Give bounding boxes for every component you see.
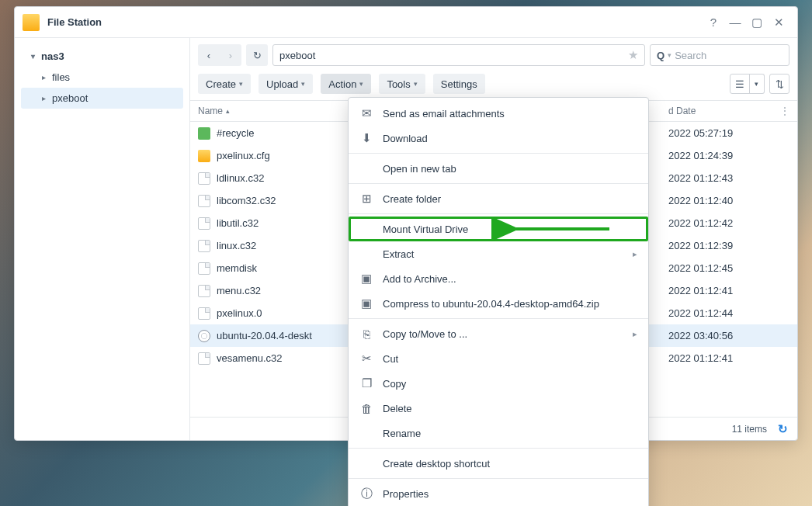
file-date: 2022 01:12:39 (661, 240, 797, 251)
menu-item-create-desktop-shortcut[interactable]: Create desktop shortcut (349, 451, 648, 476)
caret-icon: ▾ (239, 80, 243, 88)
search-icon: Q (657, 50, 665, 61)
maximize-button[interactable]: ▢ (746, 12, 768, 33)
file-icon (198, 285, 210, 297)
trash-icon: 🗑 (359, 401, 373, 415)
menu-item-label: Download (383, 133, 428, 144)
back-button[interactable]: ‹ (198, 44, 220, 66)
chevron-down-icon: ▾ (27, 52, 38, 61)
blank-icon (359, 456, 373, 470)
file-icon (198, 217, 210, 230)
chevron-right-icon: ▸ (38, 94, 49, 102)
caret-icon: ▾ (301, 80, 305, 88)
tools-button[interactable]: Tools▾ (379, 74, 425, 94)
menu-separator (349, 183, 648, 184)
caret-icon: ▾ (359, 80, 363, 88)
menu-item-open-in-new-tab[interactable]: Open in new tab (349, 156, 648, 181)
menu-item-label: Copy (383, 378, 406, 390)
folder-icon (198, 127, 210, 140)
file-name: ldlinux.c32 (217, 172, 264, 184)
menu-item-add-to-archive[interactable]: ▣Add to Archive... (349, 266, 648, 291)
file-name: libcom32.c32 (217, 195, 276, 206)
titlebar: File Station ? — ▢ ✕ (15, 7, 797, 38)
close-button[interactable]: ✕ (768, 12, 789, 33)
menu-item-label: Cut (383, 353, 398, 365)
menu-item-label: Rename (383, 428, 421, 439)
sort-asc-icon: ▴ (226, 107, 230, 115)
file-icon (198, 262, 210, 275)
cut-icon: ✂ (359, 352, 373, 366)
menu-item-rename[interactable]: Rename (349, 421, 648, 445)
mail-icon: ✉ (359, 106, 373, 120)
menu-item-extract[interactable]: Extract▸ (349, 241, 648, 266)
menu-item-label: Create desktop shortcut (383, 458, 490, 470)
file-date: 2022 01:12:41 (661, 285, 797, 296)
menu-item-label: Copy to/Move to ... (383, 328, 467, 340)
menu-item-label: Extract (383, 248, 414, 260)
view-dropdown-button[interactable]: ▾ (749, 74, 765, 94)
app-icon (23, 14, 40, 31)
file-icon (198, 240, 210, 252)
sort-button[interactable]: ⇅ (769, 74, 789, 94)
folder-icon (198, 150, 210, 162)
star-icon[interactable]: ★ (628, 48, 638, 62)
blank-icon (359, 426, 373, 440)
file-name: pxelinux.cfg (217, 150, 270, 161)
context-menu: ✉Send as email attachments⬇DownloadOpen … (348, 97, 649, 506)
file-date: 2022 01:12:44 (661, 307, 797, 319)
file-name: vesamenu.c32 (217, 352, 283, 364)
file-icon (198, 195, 210, 207)
menu-item-copy-to-move-to[interactable]: ⎘Copy to/Move to ...▸ (349, 321, 648, 346)
column-date[interactable]: d Date⋮ (661, 101, 797, 121)
file-icon (198, 352, 210, 365)
upload-button[interactable]: Upload▾ (259, 74, 313, 94)
sidebar: ▾ nas3 ▸files▸pxeboot (15, 38, 190, 440)
file-date: 2022 01:12:43 (661, 172, 797, 184)
menu-separator (349, 478, 648, 479)
minimize-button[interactable]: — (724, 12, 746, 33)
menu-item-label: Open in new tab (383, 163, 456, 175)
archive-icon: ▣ (359, 296, 373, 310)
menu-item-cut[interactable]: ✂Cut (349, 346, 648, 371)
menu-item-compress-to-ubuntu-20-04-4-desktop-amd64-zip[interactable]: ▣Compress to ubuntu-20.04.4-desktop-amd6… (349, 291, 648, 316)
path-text: pxeboot (279, 50, 315, 61)
menu-item-label: Properties (383, 488, 429, 500)
sidebar-item-label: pxeboot (52, 92, 88, 104)
file-name: ubuntu-20.04.4-deskt (217, 330, 312, 341)
submenu-arrow-icon: ▸ (633, 249, 637, 259)
blank-icon (359, 222, 373, 236)
menu-item-label: Mount Virtual Drive (383, 224, 468, 235)
blank-icon (359, 247, 373, 261)
menu-separator (349, 213, 648, 214)
menu-item-label: Delete (383, 403, 412, 414)
refresh-icon[interactable]: ↻ (778, 422, 788, 436)
menu-item-copy[interactable]: ❐Copy (349, 371, 648, 396)
menu-item-properties[interactable]: ⓘProperties (349, 481, 648, 506)
forward-button[interactable]: › (220, 44, 241, 66)
file-name: pxelinux.0 (217, 307, 262, 319)
menu-item-create-folder[interactable]: ⊞Create folder (349, 186, 648, 211)
settings-button[interactable]: Settings (433, 74, 485, 94)
refresh-button[interactable]: ↻ (246, 44, 268, 66)
view-list-button[interactable]: ☰ (730, 74, 750, 94)
sidebar-item-pxeboot[interactable]: ▸pxeboot (21, 88, 183, 109)
sidebar-item-files[interactable]: ▸files (21, 67, 183, 88)
column-more-icon[interactable]: ⋮ (780, 106, 789, 116)
action-button[interactable]: Action▾ (321, 74, 371, 94)
tree-root[interactable]: ▾ nas3 (21, 46, 183, 67)
menu-item-delete[interactable]: 🗑Delete (349, 396, 648, 421)
search-input[interactable]: Q▾ Search (650, 44, 789, 66)
path-input[interactable]: pxeboot ★ (272, 44, 645, 66)
toolbar-nav: ‹ › ↻ pxeboot ★ Q▾ Search (190, 38, 797, 72)
menu-item-send-as-email-attachments[interactable]: ✉Send as email attachments (349, 101, 648, 126)
folder-plus-icon: ⊞ (359, 192, 373, 206)
menu-item-mount-virtual-drive[interactable]: Mount Virtual Drive (349, 217, 648, 241)
file-date: 2022 01:12:40 (661, 195, 797, 206)
create-button[interactable]: Create▾ (198, 74, 251, 94)
toolbar-actions: Create▾ Upload▾ Action▾ Tools▾ Settings … (190, 72, 797, 100)
disc-icon (198, 330, 210, 342)
menu-item-download[interactable]: ⬇Download (349, 126, 648, 151)
help-button[interactable]: ? (703, 12, 724, 33)
menu-separator (349, 318, 648, 319)
file-name: #recycle (217, 127, 254, 139)
